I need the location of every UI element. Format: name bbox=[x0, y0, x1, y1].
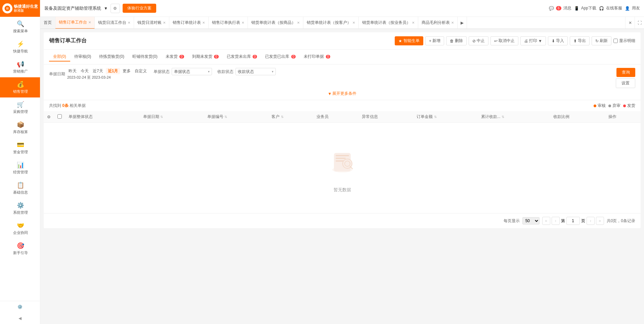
select-all-checkbox[interactable] bbox=[57, 114, 62, 119]
tab-cash-daily[interactable]: 钱货日清工作台 ✕ bbox=[95, 17, 134, 29]
col-number[interactable]: 单据编号 ⇅ bbox=[204, 111, 268, 123]
delete-btn[interactable]: 🗑 删除 bbox=[446, 36, 467, 45]
print-btn[interactable]: 🖨 打印 ▼ bbox=[520, 36, 546, 45]
subtab-wangpu-pending[interactable]: 旺铺待发货(0) bbox=[128, 52, 162, 62]
tab-sales-stats-customer[interactable]: 销货单统计表（按客户） ✕ bbox=[303, 17, 359, 29]
date-yesterday-btn[interactable]: 昨天 bbox=[67, 68, 78, 74]
col-amount[interactable]: 订单金额 ⇅ bbox=[413, 111, 477, 123]
system-dropdown[interactable]: ▼ bbox=[104, 6, 108, 11]
status-select[interactable]: 单据状态 bbox=[172, 68, 212, 75]
col-settings[interactable]: ⚙ bbox=[44, 111, 54, 123]
sidebar-item-system[interactable]: ⚙️ 系统管理 bbox=[0, 198, 40, 218]
subtab-all[interactable]: 全部(0) bbox=[49, 52, 70, 62]
close-tab-icon[interactable]: ✕ bbox=[412, 21, 415, 25]
cancel-review-action-btn[interactable]: 弃审 bbox=[608, 103, 620, 109]
date-7days-btn[interactable]: 近7天 bbox=[91, 68, 104, 74]
smart-create-btn[interactable]: ★ 智能生单 bbox=[395, 36, 423, 45]
col-staff[interactable]: 业务员 bbox=[313, 111, 358, 123]
close-tab-icon[interactable]: ✕ bbox=[242, 21, 244, 25]
close-tab-icon[interactable]: ✕ bbox=[202, 21, 205, 25]
close-tab-icon[interactable]: ✕ bbox=[128, 21, 130, 25]
sidebar-item-sales[interactable]: 💰 销售管理 bbox=[0, 77, 40, 97]
date-range-value: 2023-02-24 至 2023-03-24 bbox=[67, 75, 148, 80]
subtab-pending-review[interactable]: 待审核(0) bbox=[70, 52, 95, 62]
sidebar-item-base-info[interactable]: 📋 基础信息 bbox=[0, 178, 40, 198]
close-tab-icon[interactable]: ✕ bbox=[88, 21, 91, 24]
sidebar-item-marketing[interactable]: 📢 营销推广 bbox=[0, 57, 40, 77]
date-1month-btn[interactable]: 近1月 bbox=[106, 68, 120, 74]
cancel-stop-icon: ↩ bbox=[494, 39, 498, 43]
close-tab-icon[interactable]: ✕ bbox=[451, 21, 454, 25]
app-download-btn[interactable]: 📱 App下载 bbox=[574, 5, 596, 11]
tab-sales-order-workbench[interactable]: 销售订单工作台 ✕ bbox=[55, 17, 95, 29]
industry-plan-btn[interactable]: 体验行业方案 bbox=[123, 4, 156, 13]
sidebar-item-search[interactable]: 🔍 搜索菜单 bbox=[0, 17, 40, 37]
stop-btn[interactable]: ⊘ 中止 bbox=[469, 36, 488, 45]
date-custom-btn[interactable]: 自定义 bbox=[133, 68, 148, 74]
show-detail-checkbox-label[interactable]: 显示明细 bbox=[613, 38, 635, 44]
import-label: 导入 bbox=[556, 38, 564, 44]
sidebar-item-operation[interactable]: 📊 经营管理 bbox=[0, 158, 40, 178]
sidebar-item-finance[interactable]: 💳 资金管理 bbox=[0, 138, 40, 158]
sidebar-item-purchase[interactable]: 🛒 采购管理 bbox=[0, 97, 40, 118]
user-btn[interactable]: 👤 用友 bbox=[625, 5, 640, 11]
subtab-not-shipped[interactable]: 未发货 0 bbox=[162, 52, 188, 62]
empty-state-row: 暂无数据 bbox=[44, 123, 641, 213]
page-last-btn[interactable]: » bbox=[596, 217, 604, 225]
subtab-pending-check[interactable]: 待拣货验货(0) bbox=[95, 52, 128, 62]
subtab-shipped-not-out[interactable]: 已发货未出库 0 bbox=[223, 52, 261, 62]
show-detail-checkbox[interactable] bbox=[613, 39, 618, 43]
col-checkbox[interactable] bbox=[54, 111, 65, 123]
page-number-input[interactable] bbox=[566, 217, 580, 225]
cancel-stop-label: 取消中止 bbox=[499, 38, 515, 44]
ship-action-btn[interactable]: 发货 bbox=[623, 103, 635, 109]
add-btn[interactable]: + 新增 bbox=[425, 36, 444, 45]
subtab-shipped-out[interactable]: 已发货已出库 0 bbox=[261, 52, 300, 62]
date-more-btn[interactable]: 更多 bbox=[121, 68, 132, 74]
tab-sales-order-exec[interactable]: 销售订单执行表 ✕ bbox=[209, 17, 248, 29]
payment-select[interactable]: 收款状态 bbox=[235, 68, 276, 75]
sidebar-item-inventory[interactable]: 📦 库存核算 bbox=[0, 118, 40, 138]
page-next-btn[interactable]: › bbox=[587, 217, 595, 225]
tab-sales-order-stats[interactable]: 销售订单统计表 ✕ bbox=[169, 17, 209, 29]
close-tab-icon[interactable]: ✕ bbox=[352, 21, 355, 25]
sidebar-item-enterprise[interactable]: 🤝 企业协同 bbox=[0, 218, 40, 239]
settings-gear-btn[interactable]: ⚙ bbox=[111, 4, 120, 13]
page-size-select[interactable]: 50 20 100 bbox=[522, 217, 540, 225]
tab-scroll-right-btn[interactable]: ▶ bbox=[458, 17, 467, 29]
setting-btn[interactable]: 设置 bbox=[616, 78, 635, 88]
subtab-expired-not-shipped[interactable]: 到期未发货 0 bbox=[188, 52, 223, 62]
message-btn[interactable]: 💬 6 消息 bbox=[549, 5, 571, 11]
table-scroll-container[interactable]: ⚙ 单据整体状态 单据日期 ⇅ bbox=[44, 111, 641, 213]
tab-sales-stats-staff[interactable]: 销货单统计表（按业务员） ✕ bbox=[359, 17, 418, 29]
sidebar-collapse-btn[interactable]: ◀ bbox=[0, 313, 40, 324]
sidebar-item-quick-nav[interactable]: ⚡ 快捷导航 bbox=[0, 37, 40, 57]
col-date[interactable]: 单据日期 ⇅ bbox=[140, 111, 204, 123]
star-icon: ★ bbox=[398, 39, 402, 43]
tab-fullscreen-btn[interactable]: ⛶ bbox=[635, 17, 644, 29]
tab-close-all-btn[interactable]: ✕ bbox=[625, 17, 635, 29]
close-tab-icon[interactable]: ✕ bbox=[163, 21, 166, 25]
tab-product-gross[interactable]: 商品毛利分析表 ✕ bbox=[418, 17, 458, 29]
expand-label: 展开更多条件 bbox=[332, 91, 356, 96]
page-prev-btn[interactable]: ‹ bbox=[552, 217, 560, 225]
search-btn[interactable]: 查询 bbox=[616, 68, 635, 77]
import-btn[interactable]: ⬇ 导入 bbox=[548, 36, 568, 45]
online-service-btn[interactable]: 🎧 在线客服 bbox=[599, 5, 622, 11]
subtab-not-printed[interactable]: 未打印单据 0 bbox=[300, 52, 334, 62]
export-btn[interactable]: ⬆ 导出 bbox=[570, 36, 590, 45]
sidebar-item-guide[interactable]: 🎯 新手引导 bbox=[0, 239, 40, 259]
review-action-btn[interactable]: 审核 bbox=[594, 103, 606, 109]
close-tab-icon[interactable]: ✕ bbox=[297, 21, 300, 25]
date-today-btn[interactable]: 今天 bbox=[79, 68, 90, 74]
cancel-stop-btn[interactable]: ↩ 取消中止 bbox=[490, 36, 518, 45]
col-customer[interactable]: 客户 ⇅ bbox=[268, 111, 313, 123]
col-collected[interactable]: 累计收款... ⇅ bbox=[478, 111, 550, 123]
tab-sales-stats-product[interactable]: 销货单统计表（按商品） ✕ bbox=[248, 17, 303, 29]
tab-cash-reconcile[interactable]: 钱货日清对账 ✕ bbox=[134, 17, 169, 29]
refresh-btn[interactable]: ↻ 刷新 bbox=[592, 36, 611, 45]
tab-home[interactable]: 首页 bbox=[40, 17, 55, 29]
page-first-btn[interactable]: « bbox=[542, 217, 550, 225]
sidebar-settings-btn[interactable]: ⚙️ bbox=[0, 301, 40, 313]
expand-conditions-btn[interactable]: ▼ 展开更多条件 bbox=[328, 91, 357, 96]
